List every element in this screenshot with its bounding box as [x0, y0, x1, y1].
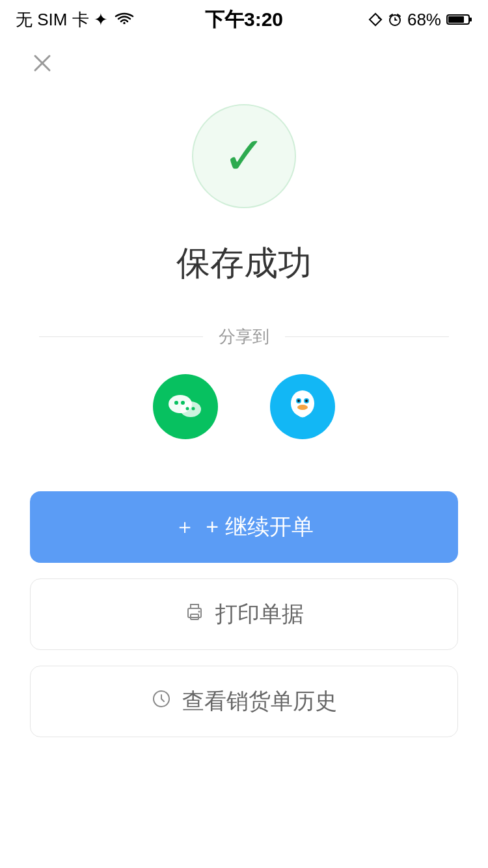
svg-point-17	[297, 400, 300, 402]
svg-point-22	[198, 611, 200, 613]
qq-share-button[interactable]	[270, 374, 335, 439]
qq-icon	[284, 387, 321, 427]
sim-status: 无 SIM 卡 ✦	[16, 8, 108, 31]
svg-point-8	[174, 401, 178, 405]
svg-point-11	[192, 407, 195, 411]
close-icon	[31, 52, 53, 74]
wifi-icon	[115, 12, 134, 27]
close-button[interactable]	[26, 47, 59, 79]
print-label: 打印单据	[215, 599, 304, 629]
buttons-section: ＋ + 继续开单 打印单据 查看销货单历	[0, 491, 488, 737]
history-button[interactable]: 查看销货单历史	[30, 666, 458, 737]
divider-row: 分享到	[0, 325, 488, 348]
battery-percentage: 68%	[407, 10, 441, 30]
svg-point-9	[181, 401, 185, 405]
status-right: 68%	[368, 10, 472, 30]
plus-icon: ＋	[174, 513, 195, 541]
divider-right	[285, 336, 449, 337]
share-icons-row	[153, 374, 335, 439]
svg-rect-2	[469, 18, 472, 21]
share-label: 分享到	[203, 325, 285, 348]
svg-point-10	[186, 407, 189, 411]
alarm-icon	[388, 12, 402, 27]
main-content: ✓ 保存成功 分享到	[0, 39, 488, 737]
location-icon	[368, 12, 383, 27]
svg-point-19	[297, 405, 308, 410]
svg-point-18	[305, 400, 308, 402]
status-time: 下午3:20	[205, 7, 283, 33]
svg-rect-3	[448, 16, 464, 23]
divider-left	[39, 336, 203, 337]
continue-label: + 继续开单	[206, 512, 313, 542]
share-section: 分享到	[0, 325, 488, 439]
print-button[interactable]: 打印单据	[30, 578, 458, 650]
checkmark-icon: ✓	[223, 130, 266, 182]
wechat-share-button[interactable]	[153, 374, 218, 439]
battery-icon	[446, 13, 472, 26]
printer-icon	[184, 601, 205, 627]
status-left: 无 SIM 卡 ✦	[16, 8, 134, 31]
history-icon	[151, 688, 172, 714]
wechat-icon	[166, 390, 205, 424]
success-circle: ✓	[192, 104, 296, 208]
history-label: 查看销货单历史	[182, 686, 337, 716]
success-title: 保存成功	[176, 241, 312, 286]
continue-order-button[interactable]: ＋ + 继续开单	[30, 491, 458, 563]
status-bar: 无 SIM 卡 ✦ 下午3:20 68%	[0, 0, 488, 39]
